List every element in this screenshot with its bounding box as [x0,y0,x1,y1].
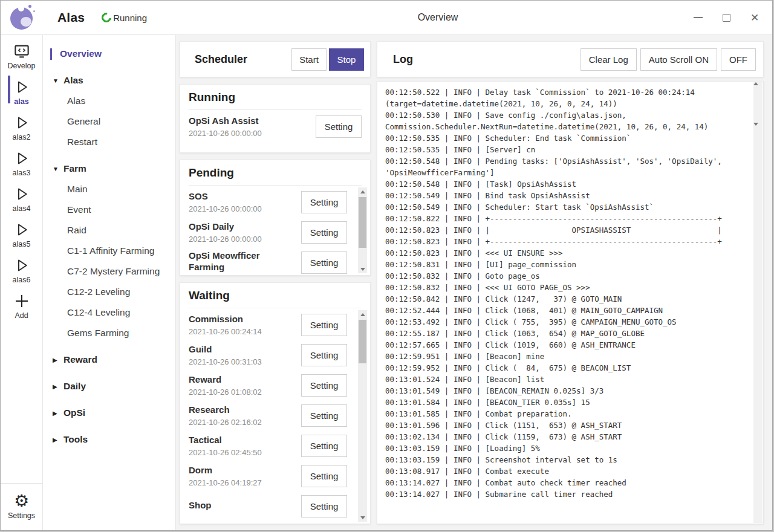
scroll-down-icon[interactable] [358,513,367,522]
waiting-section: Waiting Commission2021-10-26 00:24:14Set… [180,282,371,524]
task-name: Guild [189,343,296,355]
sidebar-item-label: alas3 [13,169,31,177]
setting-button[interactable]: Setting [301,314,347,336]
nav-item-general[interactable]: General [43,111,175,132]
sidebar-item-alas5[interactable]: alas5 [8,217,36,253]
chevron-right-icon: ▶ [53,436,61,443]
task-row: OpSi Meowfficer FarmingSetting [189,247,362,275]
sidebar-item-label: Add [15,311,28,320]
chevron-down-icon: ▼ [53,166,61,172]
nav-item-alas[interactable]: Alas [43,91,175,111]
clear-log-button[interactable]: Clear Log [580,48,637,71]
task-row: Reward2021-10-26 01:08:02Setting [189,370,362,400]
nav-item-restart[interactable]: Restart [43,132,175,152]
scroll-up-icon[interactable] [358,310,367,319]
sidebar-item-label: Settings [8,511,35,520]
setting-button[interactable]: Setting [301,495,347,517]
setting-button[interactable]: Setting [316,115,362,138]
task-info: SOS2021-10-26 00:00:00 [189,190,301,213]
task-name: OpSi Meowfficer Farming [189,250,296,273]
nav-item-c1-1-affinity-farming[interactable]: C1-1 Affinity Farming [43,241,175,261]
setting-button[interactable]: Setting [301,191,347,213]
nav-group-daily[interactable]: ▶Daily [43,376,175,397]
sidebar-item-alas[interactable]: alas [8,74,36,110]
nav-item-c7-2-mystery-farming[interactable]: C7-2 Mystery Farming [43,261,175,282]
task-next-run-time: 2021-10-26 00:00:00 [189,235,296,244]
nav-group-tools[interactable]: ▶Tools [43,429,175,450]
running-title: Running [189,91,362,110]
gear-icon: ⚙ [14,492,29,510]
task-name: Tactical [189,434,296,446]
nav-group-opsi[interactable]: ▶OpSi [43,403,175,423]
task-next-run-time: 2021-10-26 01:08:02 [189,388,296,397]
nav-group-reward[interactable]: ▶Reward [43,349,175,370]
nav-item-c12-2-leveling[interactable]: C12-2 Leveling [43,282,175,302]
log-scrollbar[interactable] [753,82,763,523]
task-next-run-time: 2021-10-26 04:19:27 [189,478,296,487]
setting-button[interactable]: Setting [301,404,347,427]
task-info: Commission2021-10-26 00:24:14 [189,313,301,336]
sidebar-item-label: alas6 [13,276,31,284]
sidebar-item-alas2[interactable]: alas2 [8,110,36,146]
nav-item-main[interactable]: Main [43,179,175,199]
sidebar-item-develop[interactable]: Develop [8,39,36,74]
scrollbar-thumb[interactable] [359,197,366,248]
autoscroll-off-button[interactable]: OFF [721,48,756,71]
task-name: OpSi Ash Assist [189,115,311,126]
task-row: Tactical2021-10-26 02:45:50Setting [189,430,362,461]
log-column: Log Clear Log Auto Scroll ON OFF 00:12:5… [377,41,764,524]
task-row: OpSi Ash Assist2021-10-26 00:00:00Settin… [189,111,362,141]
pending-scrollbar[interactable] [358,187,367,273]
nav-item-c12-4-leveling[interactable]: C12-4 Leveling [43,302,175,323]
nav-item-event[interactable]: Event [43,199,175,220]
minimize-button[interactable] [689,8,707,27]
setting-button[interactable]: Setting [301,435,347,457]
task-row: Commission2021-10-26 00:24:14Setting [189,310,362,340]
sidebar-item-settings[interactable]: ⚙ Settings [1,488,42,524]
start-button[interactable]: Start [291,48,327,71]
setting-button[interactable]: Setting [301,344,347,366]
play-icon [13,220,31,239]
app-window: Alas Running Overview ✕ Developalasalas2… [0,0,773,531]
task-name: Commission [189,313,296,325]
nav-item-gems-farming[interactable]: Gems Farming [43,323,175,343]
scroll-down-icon[interactable] [358,265,367,273]
sidebar-item-alas3[interactable]: alas3 [8,146,36,181]
pending-title: Pending [189,166,362,186]
task-row: SOS2021-10-26 00:00:00Setting [189,187,362,217]
nav-group-label: Daily [63,381,86,392]
sidebar-item-alas6[interactable]: alas6 [8,253,36,288]
play-icon [13,149,31,168]
setting-button[interactable]: Setting [301,221,347,244]
scrollbar-thumb[interactable] [753,85,763,123]
chevron-right-icon: ▶ [53,410,61,417]
waiting-scrollbar[interactable] [358,310,367,522]
setting-button[interactable]: Setting [301,465,347,487]
autoscroll-on-button[interactable]: Auto Scroll ON [640,48,717,71]
scroll-up-icon[interactable] [358,187,367,196]
task-info: OpSi Meowfficer Farming [189,250,301,275]
stop-button[interactable]: Stop [329,48,364,71]
task-info: Reward2021-10-26 01:08:02 [189,374,301,397]
nav-item-overview[interactable]: Overview [43,44,175,64]
scrollbar-thumb[interactable] [359,320,366,363]
task-name: Research [189,404,296,415]
sidebar-item-add[interactable]: Add [8,288,36,324]
task-info: Research2021-10-26 02:16:02 [189,404,301,427]
nav-group-alas[interactable]: ▼Alas [43,70,175,91]
scheduler-title: Scheduler [195,53,247,66]
task-next-run-time: 2021-10-26 02:16:02 [189,418,296,427]
app-title: Alas [57,10,85,25]
task-row: Dorm2021-10-26 04:19:27Setting [189,461,362,491]
setting-button[interactable]: Setting [301,251,347,274]
page-title: Overview [176,12,700,23]
maximize-button[interactable] [717,8,735,27]
nav-item-raid[interactable]: Raid [43,220,175,241]
scroll-down-icon[interactable] [753,123,763,126]
sidebar-item-label: Develop [8,62,36,70]
sidebar-item-alas4[interactable]: alas4 [8,181,36,217]
setting-button[interactable]: Setting [301,374,347,397]
nav-group-farm[interactable]: ▼Farm [43,158,175,179]
scheduler-panel: Scheduler Start Stop [180,41,371,77]
close-button[interactable]: ✕ [746,8,764,27]
